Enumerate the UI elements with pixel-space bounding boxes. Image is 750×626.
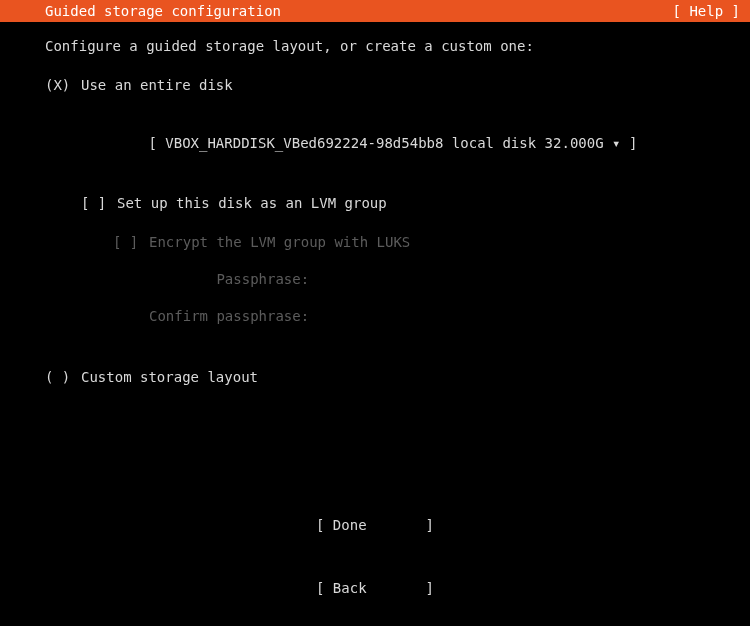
encrypt-label: Encrypt the LVM group with LUKS — [149, 232, 410, 253]
bracket-close: ] — [629, 135, 637, 151]
instruction-text: Configure a guided storage layout, or cr… — [45, 36, 705, 57]
help-button[interactable]: [ Help ] — [673, 1, 740, 22]
confirm-passphrase-row: Confirm passphrase: — [149, 306, 705, 327]
footer-buttons: [ Done ] [ Back ] — [0, 473, 750, 620]
page-title: Guided storage configuration — [45, 1, 281, 22]
encrypt-checkbox: [ ] — [113, 232, 149, 253]
content-area: Configure a guided storage layout, or cr… — [0, 22, 750, 388]
disk-select-dropdown[interactable]: [ VBOX_HARDDISK_VBed692224-98d54bb8 loca… — [81, 112, 705, 175]
radio-entire-disk[interactable]: (X) — [45, 75, 81, 343]
encrypt-option-row: [ ] Encrypt the LVM group with LUKS — [113, 232, 705, 253]
option-entire-disk: (X) Use an entire disk [ VBOX_HARDDISK_V… — [45, 75, 705, 343]
option-custom-layout: ( ) Custom storage layout — [45, 367, 705, 388]
lvm-label: Set up this disk as an LVM group — [117, 193, 387, 214]
custom-layout-label: Custom storage layout — [81, 367, 258, 388]
done-button[interactable]: [ Done ] — [0, 515, 750, 536]
chevron-down-icon: ▾ — [604, 135, 629, 151]
back-button[interactable]: [ Back ] — [0, 578, 750, 599]
passphrase-row: Passphrase: — [149, 269, 705, 290]
radio-custom-layout[interactable]: ( ) — [45, 367, 81, 388]
lvm-option-row: [ ] Set up this disk as an LVM group — [81, 193, 705, 214]
entire-disk-label: Use an entire disk — [81, 75, 705, 96]
entire-disk-block: Use an entire disk [ VBOX_HARDDISK_VBed6… — [81, 75, 705, 343]
lvm-checkbox[interactable]: [ ] — [81, 193, 117, 214]
confirm-passphrase-label: Confirm passphrase: — [149, 308, 309, 324]
passphrase-label: Passphrase: — [216, 271, 309, 287]
header-bar: Guided storage configuration [ Help ] — [0, 0, 750, 22]
bracket-open: [ — [148, 135, 165, 151]
disk-select-value: VBOX_HARDDISK_VBed692224-98d54bb8 local … — [165, 135, 603, 151]
